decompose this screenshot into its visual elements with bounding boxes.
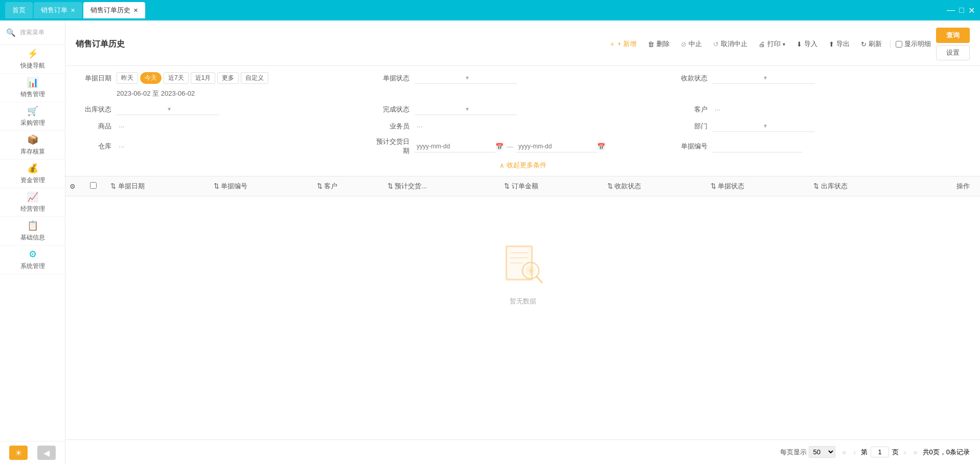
calendar-to-icon[interactable]: 📅 xyxy=(597,143,605,150)
empty-state: 暂无数据 xyxy=(65,196,980,347)
display-columns-toggle[interactable]: 显示明细 xyxy=(896,39,931,49)
complete-filter-label: 完成状态 xyxy=(374,105,415,114)
sidebar-item-quick-nav[interactable]: ⚡ 快捷导航 xyxy=(0,45,65,74)
sidebar-item-sales[interactable]: 📊 销售管理 xyxy=(0,74,65,102)
page-number-input[interactable] xyxy=(871,447,889,457)
empty-illustration xyxy=(492,237,554,289)
status-select[interactable]: ▾ xyxy=(415,72,517,84)
sidebar-bottom: ☀ ◀ xyxy=(0,441,65,464)
sidebar-item-system[interactable]: ⚙ 系统管理 xyxy=(0,246,65,274)
first-page-button[interactable]: « xyxy=(840,447,849,457)
table-header: ⚙ ⇅ 单据日期 ⇅ 单据编号 ⇅ 客户 xyxy=(65,176,980,196)
import-button[interactable]: ⬇ 导入 xyxy=(793,37,821,51)
th-doc-status-label: ⇅ 单据状态 xyxy=(711,182,745,190)
collapse-label: 收起更多条件 xyxy=(507,161,546,170)
purchase-icon: 🛒 xyxy=(27,105,38,117)
sidebar-item-basics[interactable]: 📋 基础信息 xyxy=(0,217,65,246)
sidebar-search[interactable]: 🔍 搜索菜单 xyxy=(0,20,65,45)
delete-label: 删除 xyxy=(656,39,670,49)
th-customer-label: ⇅ 客户 xyxy=(317,182,338,190)
tab-sales-order-history[interactable]: 销售订单历史 ✕ xyxy=(83,2,145,18)
date-btn-today[interactable]: 今天 xyxy=(140,72,162,84)
cancel-stop-label: 取消中止 xyxy=(721,39,747,49)
th-checkbox xyxy=(86,176,106,196)
department-select[interactable]: ▾ xyxy=(713,120,815,132)
sidebar-item-purchase[interactable]: 🛒 采购管理 xyxy=(0,102,65,131)
stop-button[interactable]: ⊘ 中止 xyxy=(678,37,705,51)
tab-home[interactable]: 首页 xyxy=(5,2,33,18)
display-columns-label: 显示明细 xyxy=(904,39,931,49)
minimize-button[interactable]: — xyxy=(947,6,955,15)
th-settings: ⚙ xyxy=(65,176,86,196)
cancel-stop-button[interactable]: ↺ 取消中止 xyxy=(710,37,750,51)
order-no-input[interactable] xyxy=(713,140,803,152)
query-button[interactable]: 查询 xyxy=(936,28,970,43)
salesperson-select-btn[interactable]: ··· xyxy=(415,122,425,130)
collapse-button[interactable]: ∧ 收起更多条件 xyxy=(499,161,546,170)
filter-cell-department: 部门 ▾ xyxy=(672,120,970,132)
filter-row-1: 单据日期 昨天 今天 近7天 近1月 更多 自定义 单据状态 xyxy=(76,72,970,84)
sidebar-item-label-operations: 经营管理 xyxy=(20,205,45,213)
date-btn-yesterday[interactable]: 昨天 xyxy=(117,72,138,84)
tab-sales-order[interactable]: 销售订单 ✕ xyxy=(34,2,82,18)
system-icon: ⚙ xyxy=(29,249,37,260)
filter-cell-delivery: 预计交货日期 📅 — 📅 xyxy=(374,137,672,156)
page-size-dropdown[interactable]: 20 50 100 xyxy=(809,446,835,458)
display-columns-checkbox[interactable] xyxy=(896,41,902,48)
date-btn-1month[interactable]: 近1月 xyxy=(191,72,216,84)
page-size-label: 每页显示 xyxy=(780,448,807,457)
select-all-checkbox[interactable] xyxy=(90,182,97,189)
sidebar-item-operations[interactable]: 📈 经营管理 xyxy=(0,188,65,217)
inventory-icon: 📦 xyxy=(27,134,38,145)
last-page-button[interactable]: » xyxy=(911,447,920,457)
settings-icon[interactable]: ⚙ xyxy=(70,183,76,190)
complete-select[interactable]: ▾ xyxy=(415,103,517,115)
maximize-button[interactable]: □ xyxy=(959,6,964,15)
out-filter-label: 出库状态 xyxy=(76,105,117,114)
date-btn-more[interactable]: 更多 xyxy=(217,72,239,84)
print-label: 打印 xyxy=(767,39,781,49)
customer-select-btn[interactable]: ··· xyxy=(713,105,723,114)
th-date-label: ⇅ 单据日期 xyxy=(110,182,145,190)
delivery-to-input[interactable] xyxy=(516,141,597,152)
filter-cell-date: 单据日期 昨天 今天 近7天 近1月 更多 自定义 xyxy=(76,72,374,84)
date-btn-custom[interactable]: 自定义 xyxy=(241,72,268,84)
sidebar-item-label-quick-nav: 快捷导航 xyxy=(20,61,45,70)
goods-select-btn[interactable]: ··· xyxy=(117,122,127,130)
delivery-filter-label: 预计交货日期 xyxy=(374,137,415,156)
th-amount: ⇅ 订单金额 xyxy=(500,176,603,196)
receipt-select[interactable]: ▾ xyxy=(713,72,815,84)
tab-bar: 首页 销售订单 ✕ 销售订单历史 ✕ xyxy=(5,2,947,18)
sidebar-theme-button[interactable]: ☀ xyxy=(9,446,28,460)
tab-sales-order-history-label: 销售订单历史 xyxy=(90,6,130,15)
refresh-button[interactable]: ↻ 刷新 xyxy=(858,37,885,51)
department-select-arrow: ▾ xyxy=(764,122,813,129)
finance-icon: 💰 xyxy=(27,163,38,174)
quick-nav-icon: ⚡ xyxy=(27,48,38,59)
warehouse-select-btn[interactable]: ··· xyxy=(117,142,127,150)
new-button[interactable]: ＋ + 新增 xyxy=(606,37,640,51)
prev-page-button[interactable]: ‹ xyxy=(851,447,858,457)
page-size-select: 每页显示 20 50 100 xyxy=(780,446,835,458)
delete-icon: 🗑 xyxy=(648,40,654,48)
next-page-button[interactable]: › xyxy=(902,447,908,457)
date-filter-control: 昨天 今天 近7天 近1月 更多 自定义 xyxy=(117,72,374,84)
delivery-from-input[interactable] xyxy=(415,141,495,152)
print-button[interactable]: 🖨 打印 ▾ xyxy=(756,37,788,51)
export-button[interactable]: ⬆ 导出 xyxy=(826,37,853,51)
th-date: ⇅ 单据日期 xyxy=(106,176,210,196)
sidebar-item-label-sales: 销售管理 xyxy=(20,90,45,99)
tab-sales-order-close[interactable]: ✕ xyxy=(71,7,75,14)
calendar-from-icon[interactable]: 📅 xyxy=(495,143,504,150)
sidebar-item-inventory[interactable]: 📦 库存核算 xyxy=(0,131,65,160)
basics-icon: 📋 xyxy=(27,220,38,231)
sidebar-item-finance[interactable]: 💰 资金管理 xyxy=(0,160,65,188)
settings-button[interactable]: 设置 xyxy=(936,45,970,60)
close-window-button[interactable]: ✕ xyxy=(968,6,975,15)
sidebar-collapse-button[interactable]: ◀ xyxy=(37,446,56,460)
date-btn-7days[interactable]: 近7天 xyxy=(164,72,189,84)
out-select[interactable]: ▾ xyxy=(117,103,219,115)
delete-button[interactable]: 🗑 删除 xyxy=(645,37,673,51)
empty-text: 暂无数据 xyxy=(510,297,536,306)
tab-sales-order-history-close[interactable]: ✕ xyxy=(133,7,138,14)
